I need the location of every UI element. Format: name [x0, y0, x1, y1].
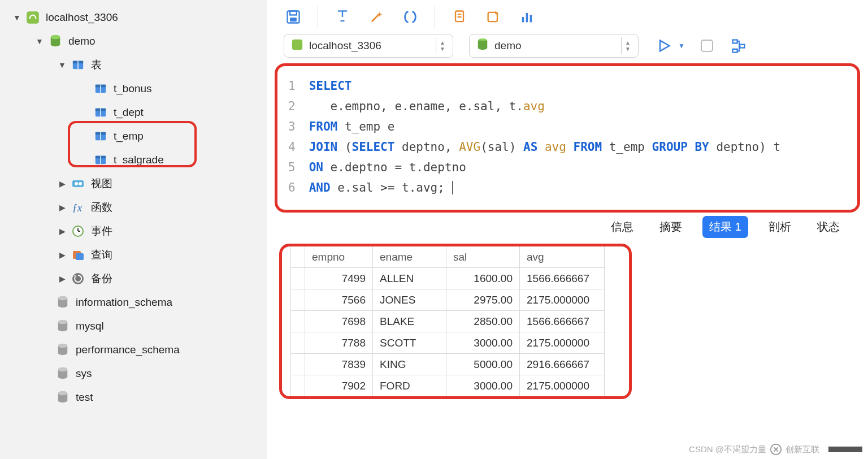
- clock-icon: [71, 224, 85, 239]
- table-row[interactable]: 7499ALLEN1600.001566.666667: [291, 268, 605, 289]
- chevron-down-icon: ▼: [54, 60, 71, 70]
- tree-tables-group[interactable]: ▼ 表: [0, 53, 267, 77]
- svg-rect-26: [76, 253, 84, 260]
- events-label: 事件: [91, 224, 112, 239]
- tree-database-demo[interactable]: ▼ demo: [0, 29, 267, 53]
- functions-label: 函数: [91, 200, 112, 215]
- database-icon: [55, 390, 70, 405]
- magic-button[interactable]: [367, 7, 386, 27]
- tree-table-item[interactable]: t_emp: [0, 124, 267, 148]
- tree-database[interactable]: sys: [0, 362, 267, 386]
- tree-events[interactable]: ▶ 事件: [0, 219, 267, 243]
- table-group-icon: [71, 58, 85, 72]
- svg-point-31: [58, 320, 68, 324]
- explain-button[interactable]: [729, 36, 748, 55]
- tree-database[interactable]: performance_schema: [0, 338, 267, 362]
- db-label: demo: [68, 35, 96, 47]
- format-button[interactable]: [333, 7, 352, 27]
- svg-point-33: [58, 344, 68, 348]
- table-row[interactable]: 7566JONES2975.002175.000000: [291, 289, 605, 311]
- result-tabs: 信息 摘要 结果 1 剖析 状态: [267, 210, 868, 246]
- tree-functions[interactable]: ▶ ƒx 函数: [0, 196, 267, 219]
- tab-profile[interactable]: 剖析: [763, 216, 797, 238]
- svg-rect-40: [290, 18, 297, 21]
- tables-group-label: 表: [91, 58, 102, 72]
- table-name: t_dept: [114, 106, 144, 119]
- col-header[interactable]: sal: [446, 246, 520, 268]
- svg-rect-39: [290, 11, 297, 15]
- brackets-button[interactable]: [401, 7, 420, 27]
- database-icon: [48, 34, 63, 49]
- tree-database[interactable]: information_schema: [0, 291, 267, 314]
- tab-result[interactable]: 结果 1: [702, 216, 748, 238]
- tree-views[interactable]: ▶ 视图: [0, 172, 267, 196]
- table-row[interactable]: 7698BLAKE2850.001566.666667: [291, 311, 605, 332]
- svg-point-29: [58, 296, 68, 300]
- tab-info[interactable]: 信息: [605, 216, 639, 238]
- sql-editor[interactable]: 123 456 SELECT e.empno, e.ename, e.sal, …: [277, 66, 858, 210]
- svg-rect-45: [455, 11, 463, 22]
- watermark: CSDN @不渴望力量 创新互联: [689, 443, 862, 456]
- tab-status[interactable]: 状态: [811, 216, 845, 238]
- elephant-icon: [25, 10, 40, 25]
- separator: [318, 6, 318, 28]
- backup-icon: [71, 271, 85, 286]
- database-icon: [476, 38, 489, 54]
- svg-rect-54: [732, 40, 737, 44]
- tree-queries[interactable]: ▶ 查询: [0, 243, 267, 267]
- tree-database[interactable]: test: [0, 386, 267, 409]
- chevron-down-icon: ▼: [31, 37, 48, 46]
- tab-summary[interactable]: 摘要: [654, 216, 688, 238]
- svg-rect-0: [27, 11, 39, 24]
- csdn-watermark: CSDN @不渴望力量: [689, 444, 766, 455]
- run-button[interactable]: [654, 36, 674, 55]
- tree-table-item[interactable]: t_dept: [0, 101, 267, 124]
- tree-table-item[interactable]: t_bonus: [0, 77, 267, 101]
- svg-point-2: [51, 35, 60, 39]
- stepper-icon: ▲▼: [436, 37, 446, 54]
- svg-text:ƒx: ƒx: [72, 202, 82, 214]
- table-row[interactable]: 7788SCOTT3000.002175.000000: [291, 332, 605, 354]
- table-name: t_emp: [114, 130, 144, 142]
- backup-label: 备份: [91, 271, 112, 286]
- db-tree: ▼ localhost_3306 ▼ demo ▼ 表 t_bonust_dep…: [0, 0, 267, 459]
- separator: [435, 6, 435, 28]
- col-header[interactable]: ename: [373, 246, 446, 268]
- table-icon: [93, 129, 108, 144]
- svg-line-44: [372, 15, 379, 22]
- table-row[interactable]: 7839KING5000.002916.666667: [291, 354, 605, 375]
- sql-code[interactable]: SELECT e.empno, e.ename, e.sal, t.avgFRO…: [309, 76, 781, 198]
- save-button[interactable]: [284, 7, 303, 27]
- export-button[interactable]: [484, 7, 503, 27]
- database-selector[interactable]: demo ▲▼: [469, 34, 639, 58]
- col-header[interactable]: avg: [520, 246, 605, 268]
- col-header[interactable]: empno: [305, 246, 373, 268]
- connection-row: localhost_3306 ▲▼ demo ▲▼ ▼: [267, 34, 868, 63]
- chevron-right-icon: ▶: [54, 250, 71, 259]
- db-name: information_schema: [76, 296, 172, 309]
- chevron-right-icon: ▶: [54, 203, 71, 212]
- tree-database[interactable]: mysql: [0, 314, 267, 338]
- svg-point-35: [58, 367, 68, 371]
- result-grid: empnoenamesalavg 7499ALLEN1600.001566.66…: [277, 246, 858, 397]
- tree-connection[interactable]: ▼ localhost_3306: [0, 6, 267, 29]
- table-row[interactable]: 7902FORD3000.002175.000000: [291, 375, 605, 397]
- stop-button[interactable]: [701, 40, 713, 52]
- copy-button[interactable]: [450, 7, 469, 27]
- database-name: demo: [494, 40, 611, 52]
- queries-label: 查询: [91, 248, 112, 262]
- result-table[interactable]: empnoenamesalavg 7499ALLEN1600.001566.66…: [290, 246, 605, 397]
- svg-point-37: [58, 391, 68, 395]
- chevron-down-icon: ▼: [8, 13, 25, 22]
- db-name: performance_schema: [76, 344, 180, 356]
- tree-backup[interactable]: ▶ 备份: [0, 267, 267, 291]
- chart-button[interactable]: [518, 7, 537, 27]
- connection-selector[interactable]: localhost_3306 ▲▼: [284, 34, 453, 58]
- dropdown-arrow-icon[interactable]: ▼: [678, 42, 685, 50]
- table-icon: [93, 81, 108, 96]
- elephant-icon: [291, 38, 303, 54]
- database-icon: [55, 343, 70, 357]
- db-name: mysql: [76, 320, 104, 332]
- svg-rect-52: [292, 39, 302, 49]
- tree-table-item[interactable]: t_salgrade: [0, 148, 267, 172]
